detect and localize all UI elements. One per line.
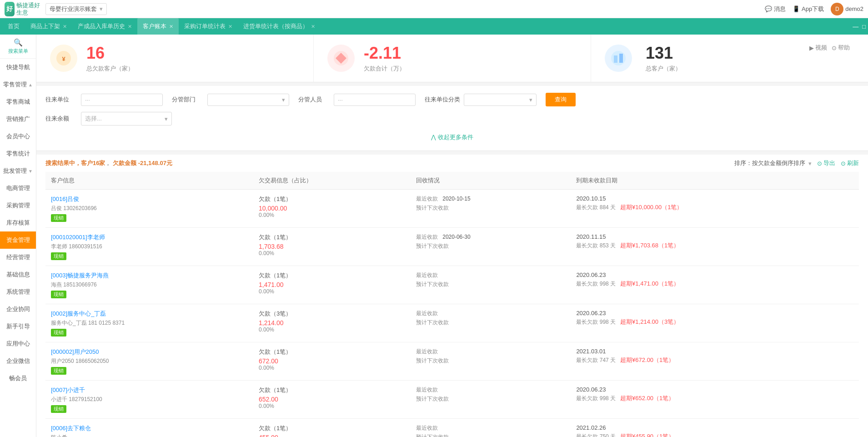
card-debt-customers-content: 16 总欠款客户（家） — [86, 44, 134, 73]
tab-purchase-order[interactable]: 采购订单统计表 ✕ — [179, 18, 238, 35]
filter-balance: 往来余额 选择... ▾ — [45, 112, 172, 126]
debt-amount-0[interactable]: 10,000.00 — [259, 205, 405, 212]
last-collect-label-2: 最近收款 — [416, 271, 565, 279]
customer-name-2[interactable]: [0003]畅捷服务尹海燕 — [51, 271, 248, 280]
customer-name-1[interactable]: [0001020001]李老师 — [51, 233, 248, 241]
filter-row-1: 往来单位 ··· 分管部门 ▾ 分管人员 · — [45, 93, 859, 106]
refresh-button[interactable]: ⊙ 刷新 — [841, 159, 859, 167]
debt-count-0: 欠款（1笔） — [259, 195, 405, 203]
sidebar-item-finance[interactable]: 资金管理 — [0, 231, 36, 249]
debt-amount-5[interactable]: 652.00 — [259, 396, 405, 403]
video-btn[interactable]: ▶ 视频 — [809, 44, 827, 52]
export-button[interactable]: ⊙ 导出 — [817, 159, 835, 167]
overdue-link-4[interactable]: 超期¥672.00（1笔） — [620, 357, 674, 363]
cell-debt-info-6: 欠款（1笔） 455.90 0.00% — [253, 419, 411, 437]
filter-unit-category: 往来单位分类 ▾ — [425, 94, 537, 106]
svg-point-4 — [611, 51, 626, 65]
message-icon: 💬 — [765, 5, 772, 12]
message-btn[interactable]: 💬 消息 — [765, 5, 786, 13]
sidebar-item-app-center[interactable]: 应用中心 — [0, 335, 36, 352]
table-row: [0001020001]李老师 李老师 18600391516 现销 欠款（1笔… — [45, 228, 859, 266]
sidebar-search[interactable]: 🔍 搜索菜单 — [0, 35, 36, 59]
tab-close-icon[interactable]: ✕ — [169, 24, 173, 30]
sidebar-item-marketing[interactable]: 营销推广 — [0, 111, 36, 128]
sidebar: 🔍 搜索菜单 快捷导航 零售管理 ▲ 零售商城 营销推广 会员中心 零售统计 批… — [0, 35, 36, 437]
tab-product-history[interactable]: 产成品入库单历史 ✕ — [72, 18, 137, 35]
store-selector[interactable]: 母婴行业演示账套 ▾ — [45, 3, 107, 15]
sidebar-item-wechat[interactable]: 企业微信 — [0, 352, 36, 370]
from-unit-input[interactable]: ··· — [81, 94, 163, 106]
sidebar-item-purchase[interactable]: 采购管理 — [0, 197, 36, 214]
sidebar-item-ecommerce[interactable]: 电商管理 — [0, 180, 36, 197]
tab-product-offline[interactable]: 商品上下架 ✕ — [25, 18, 72, 35]
customer-name-4[interactable]: [000002]用户2050 — [51, 348, 248, 356]
app-download-btn[interactable]: 📱 App下载 — [793, 5, 824, 13]
filter-department: 分管部门 ▾ — [172, 94, 289, 106]
customer-tag-4: 现销 — [51, 367, 66, 375]
help-btn[interactable]: ⊙ 帮助 — [832, 44, 850, 52]
sidebar-item-member[interactable]: 会员中心 — [0, 128, 36, 145]
debt-amount-1[interactable]: 1,703.68 — [259, 243, 405, 250]
customer-name-3[interactable]: [0002]服务中心_丁磊 — [51, 310, 248, 318]
maximize-icon[interactable]: □ — [862, 23, 866, 30]
sidebar-item-retail-manage[interactable]: 零售管理 ▲ — [0, 76, 36, 93]
unit-category-select[interactable]: ▾ — [464, 94, 537, 106]
tab-purchase-stats[interactable]: 进货单统计表（按商品） ✕ — [238, 18, 321, 35]
overdue-link-2[interactable]: 超期¥1,471.00（1笔） — [620, 280, 679, 287]
export-icon: ⊙ — [817, 160, 822, 167]
table-row: [0007]小进千 小进千 18279152100 现销 欠款（1笔） 652.… — [45, 381, 859, 419]
tab-close-icon[interactable]: ✕ — [311, 24, 315, 30]
tab-close-icon[interactable]: ✕ — [128, 24, 132, 30]
sidebar-item-operation[interactable]: 经营管理 — [0, 249, 36, 266]
overdue-link-3[interactable]: 超期¥1,214.00（3笔） — [620, 318, 679, 325]
debt-amount-2[interactable]: 1,471.00 — [259, 281, 405, 288]
collapse-button[interactable]: ⋀ 收起更多条件 — [45, 131, 859, 144]
sidebar-item-enterprise[interactable]: 企业协同 — [0, 301, 36, 318]
overdue-date-0: 2020.10.15 — [576, 195, 853, 202]
sidebar-item-guide[interactable]: 新手引导 — [0, 318, 36, 335]
from-unit-label: 往来单位 — [45, 95, 77, 104]
overdue-date-1: 2020.11.15 — [576, 233, 853, 240]
help-icon: ⊙ — [832, 45, 837, 51]
chevron-down-icon: ▾ — [100, 5, 103, 12]
customer-name-0[interactable]: [0016]吕俊 — [51, 195, 248, 203]
debt-amount-4[interactable]: 672.00 — [259, 357, 405, 365]
search-button[interactable]: 查询 — [546, 93, 576, 106]
sort-select[interactable]: 排序：按欠款金额倒序排序 ▾ — [734, 159, 812, 167]
sidebar-item-inventory[interactable]: 库存核算 — [0, 214, 36, 231]
tab-bar: 首页 商品上下架 ✕ 产成品入库单历史 ✕ 客户账本 ✕ 采购订单统计表 ✕ 进… — [0, 18, 868, 35]
sidebar-item-system[interactable]: 系统管理 — [0, 283, 36, 301]
overdue-link-6[interactable]: 超期¥455.90（1笔） — [620, 433, 674, 437]
overdue-link-1[interactable]: 超期¥1,703.68（1笔） — [620, 242, 679, 249]
balance-select[interactable]: 选择... ▾ — [81, 112, 172, 126]
sidebar-item-quick-nav[interactable]: 快捷导航 — [0, 59, 36, 76]
customer-phone-4: 用户2050 18665062050 — [51, 357, 248, 365]
tab-home[interactable]: 首页 — [2, 18, 25, 35]
minimize-icon[interactable]: — — [853, 23, 858, 30]
col-overdue-date: 到期未收款日期 — [571, 172, 859, 190]
overdue-link-5[interactable]: 超期¥652.00（1笔） — [620, 395, 674, 402]
tab-customer-account[interactable]: 客户账本 ✕ — [137, 18, 179, 35]
user-menu[interactable]: D demo2 — [831, 3, 863, 15]
person-input[interactable]: ··· — [334, 94, 416, 106]
sidebar-item-retail-shop[interactable]: 零售商城 — [0, 93, 36, 111]
customer-name-5[interactable]: [0007]小进千 — [51, 386, 248, 394]
sidebar-item-retail-stats[interactable]: 零售统计 — [0, 145, 36, 162]
debt-count-2: 欠款（1笔） — [259, 271, 405, 280]
department-select[interactable]: ▾ — [207, 94, 289, 106]
from-unit-dots: ··· — [85, 96, 90, 103]
tab-close-icon[interactable]: ✕ — [63, 24, 67, 30]
debt-amount-3[interactable]: 1,214.00 — [259, 319, 405, 326]
sidebar-item-basic-info[interactable]: 基础信息 — [0, 266, 36, 283]
debt-amount-6[interactable]: 455.90 — [259, 434, 405, 437]
sidebar-item-member-plus[interactable]: 畅会员 — [0, 370, 36, 387]
customer-phone-0: 吕俊 13026203696 — [51, 205, 248, 212]
customer-name-6[interactable]: [0006]去下粮仓 — [51, 424, 248, 432]
cell-customer-info-4: [000002]用户2050 用户2050 18665062050 现销 — [45, 342, 253, 381]
overdue-link-0[interactable]: 超期¥10,000.00（1笔） — [620, 204, 682, 211]
sidebar-item-batch-manage[interactable]: 批发管理 ▼ — [0, 162, 36, 180]
cell-customer-info-5: [0007]小进千 小进千 18279152100 现销 — [45, 381, 253, 419]
table-body: [0016]吕俊 吕俊 13026203696 现销 欠款（1笔） 10,000… — [45, 190, 859, 437]
cell-collect-status-2: 最近收款 预计下次收款 — [411, 266, 571, 304]
tab-close-icon[interactable]: ✕ — [228, 24, 232, 30]
